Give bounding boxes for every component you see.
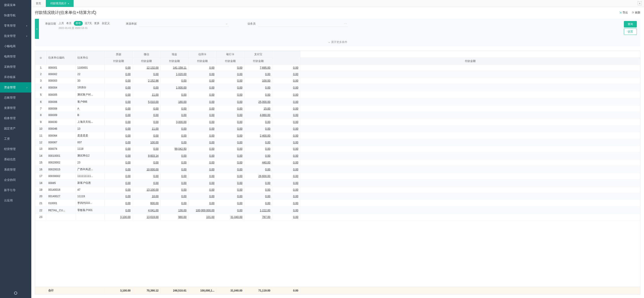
row-amount-6[interactable]: 0.00 [272,118,300,126]
amount-link[interactable]: 0.00 [265,154,270,158]
row-amount-5[interactable]: 440.00 [244,160,272,166]
amount-link[interactable]: 0.00 [265,93,270,96]
amount-link[interactable]: 0.00 [126,114,130,117]
row-amount-0[interactable]: 0.00 [105,71,132,78]
row-amount-2[interactable]: 1,000.00 [160,84,188,91]
row-amount-0[interactable]: 0.00 [105,112,132,118]
row-amount-2[interactable]: 180.00 [160,98,188,106]
amount-link[interactable]: 0.00 [154,86,158,89]
row-amount-3[interactable]: 0.00 [188,152,216,160]
row-amount-2[interactable]: 0.00 [160,180,188,187]
amount-link[interactable]: 0.00 [154,114,158,117]
row-amount-1[interactable]: 10.00 [132,193,160,200]
date-option-4[interactable]: 更多 [94,22,100,25]
row-amount-6[interactable]: 0.00 [272,84,300,91]
amount-link[interactable]: 0.00 [209,86,214,89]
row-amount-1[interactable]: 11.00 [132,126,160,132]
amount-link[interactable]: 0.00 [154,107,158,110]
row-amount-4[interactable]: 0.00 [216,132,244,139]
row-amount-4[interactable]: 0.00 [216,106,244,112]
row-amount-6[interactable]: 0.00 [272,207,300,214]
table-row[interactable]: 2000002220.000.001,020.000.000.000.000.0… [35,71,640,78]
row-amount-0[interactable]: 0.00 [105,187,132,193]
amount-link[interactable]: 3,000.00 [176,120,186,124]
row-amount-6[interactable]: 0.00 [272,106,300,112]
row-amount-4[interactable]: 0.00 [216,152,244,160]
amount-link[interactable]: 0.00 [154,161,158,164]
amount-link[interactable]: 0.00 [237,147,242,150]
row-amount-5[interactable]: 7,695.00 [244,64,272,71]
amount-link[interactable]: 0.00 [293,93,298,96]
amount-link[interactable]: 25,000.00 [258,100,270,104]
table-row[interactable]: 1900140018470.0013,100.000.000.000.000.0… [35,187,640,193]
row-amount-3[interactable]: 0.00 [188,139,216,146]
amount-link[interactable]: 0.00 [181,127,186,130]
amount-link[interactable]: 0.00 [209,73,214,76]
sidebar-item-5[interactable]: 电商管理 [0,52,31,62]
configure-button[interactable]: 设置 [624,28,637,35]
amount-link[interactable]: 0.00 [181,168,186,171]
row-amount-0[interactable]: 0.00 [105,84,132,91]
amount-link[interactable]: 0.00 [265,141,270,144]
row-amount-3[interactable]: 0.00 [188,126,216,132]
row-amount-2[interactable]: 0.00 [160,160,188,166]
source-input[interactable] [139,21,229,27]
amount-link[interactable]: 11.00 [152,127,158,130]
row-amount-5[interactable]: 100.00 [244,78,272,84]
row-amount-1[interactable]: 0.00 [132,180,160,187]
row-amount-0[interactable]: 0.00 [105,166,132,173]
sidebar-item-18[interactable]: 新手引导 [0,185,31,196]
row-amount-0[interactable]: 0.00 [105,64,132,71]
amount-link[interactable]: 10.00 [152,195,158,198]
amount-link[interactable]: 4,041.00 [148,209,158,212]
row-amount-4[interactable]: 0.00 [216,78,244,84]
amount-link[interactable]: 0.00 [154,134,158,137]
sidebar-item-6[interactable]: 采购管理 [0,62,31,72]
amount-link[interactable]: 130.00 [178,209,186,212]
amount-link[interactable]: 0.00 [237,134,242,137]
row-amount-4[interactable]: 0.00 [216,166,244,173]
amount-link[interactable]: 0.00 [237,168,242,171]
row-amount-0[interactable]: 0.00 [105,193,132,200]
tab-0[interactable]: 首页 [31,0,46,7]
amount-link[interactable]: 0.00 [126,154,130,158]
amount-link[interactable]: 0.00 [126,174,130,178]
amount-link[interactable]: 0.00 [237,161,242,164]
row-amount-1[interactable]: 0.00 [132,160,160,166]
table-row[interactable]: 1800085新客户信息0.000.000.000.000.000.000.00 [35,180,640,187]
row-amount-6[interactable]: 0.00 [272,78,300,84]
row-amount-6[interactable]: 0.00 [272,193,300,200]
row-amount-0[interactable]: 0.00 [105,173,132,180]
row-amount-2[interactable]: 0.00 [160,139,188,146]
row-amount-4[interactable]: 0.00 [216,160,244,166]
amount-link[interactable]: 0.00 [237,100,242,104]
amount-link[interactable]: 0.00 [209,174,214,178]
amount-link[interactable]: 0.00 [209,195,214,198]
amount-link[interactable]: 28,600.00 [258,174,270,178]
row-amount-6[interactable]: 0.00 [272,152,300,160]
row-amount-2[interactable]: 0.00 [160,166,188,173]
row-amount-5[interactable]: 0.00 [244,200,272,207]
row-amount-6[interactable]: 0.00 [272,200,300,207]
row-amount-0[interactable]: 0.00 [105,160,132,166]
row-amount-1[interactable]: 0.00 [132,71,160,78]
amount-link[interactable]: 0.00 [237,209,242,212]
amount-link[interactable]: 0.00 [237,202,242,205]
amount-link[interactable]: 9,603.14 [148,154,158,158]
amount-link[interactable]: 0.00 [209,161,214,164]
row-amount-5[interactable]: 28,600.00 [244,173,272,180]
row-amount-2[interactable]: 0.00 [160,126,188,132]
row-amount-2[interactable]: 0.00 [160,91,188,98]
amount-link[interactable]: 141,158.11 [173,66,186,69]
amount-link[interactable]: 0.00 [126,202,130,205]
row-amount-4[interactable]: 0.00 [216,118,244,126]
sidebar-item-1[interactable]: 快捷导航 [0,10,31,20]
sidebar-item-2[interactable]: 零售管理▾ [0,20,31,31]
amount-link[interactable]: 0.00 [154,182,158,185]
row-amount-4[interactable]: 0.00 [216,146,244,152]
amount-link[interactable]: 0.00 [126,73,130,76]
sidebar-item-13[interactable]: 工资 [0,134,31,144]
amount-link[interactable]: 100,000,000.00 [196,209,214,212]
amount-link[interactable]: 1,020.00 [176,73,186,76]
row-amount-2[interactable]: 0.00 [160,187,188,193]
